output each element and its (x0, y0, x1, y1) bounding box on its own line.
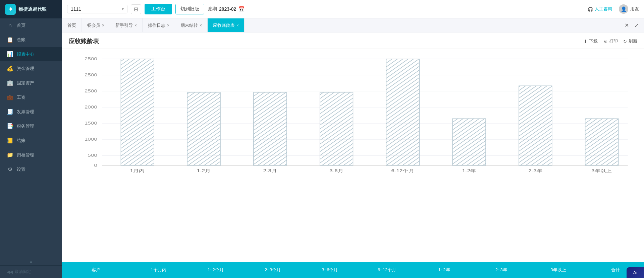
sidebar-label-5: 工资 (17, 94, 25, 100)
user-area[interactable]: 👤 用友 (619, 4, 639, 14)
tab-label-3: 操作日志 (148, 22, 165, 28)
sidebar-icon-3: 💰 (7, 65, 13, 72)
tab-应收账龄表[interactable]: 应收账龄表× (208, 18, 245, 32)
sidebar-item-工资[interactable]: 💼 工资 (0, 90, 62, 105)
table-header-col-3: 2~3个月 (244, 267, 301, 273)
print-button[interactable]: 🖨 打印 (603, 38, 618, 44)
period-label: 账期 (208, 6, 217, 12)
workbench-button[interactable]: 工作台 (145, 4, 172, 14)
svg-text:2500: 2500 (85, 89, 97, 93)
copy-button[interactable]: ⊟ (131, 4, 141, 14)
company-selector[interactable]: 1111 ▾ (67, 5, 127, 13)
table-header-col-8: 3年以上 (530, 267, 587, 273)
sidebar-item-资金管理[interactable]: 💰 资金管理 (0, 61, 62, 76)
tab-期末结转[interactable]: 期末结转× (175, 18, 208, 32)
tab-新手引导[interactable]: 新手引导× (110, 18, 143, 32)
sidebar-item-总账[interactable]: 📋 总账 (0, 32, 62, 47)
period-value: 2023-02 (219, 6, 236, 12)
sidebar-icon-4: 🏢 (7, 80, 13, 86)
sidebar-item-结账[interactable]: 📒 结账 (0, 133, 62, 148)
avatar: 👤 (619, 4, 628, 14)
tab-close-2[interactable]: × (135, 23, 137, 28)
download-button[interactable]: ⬇ 下载 (584, 38, 598, 44)
table-header-col-2: 1~2个月 (187, 267, 244, 273)
page-actions: ⬇ 下载 🖨 打印 ↻ 刷新 (584, 38, 637, 44)
tab-首页[interactable]: 首页 (62, 18, 82, 32)
sidebar-label-9: 归档管理 (17, 152, 34, 158)
pin-icon: ◀◀ (7, 270, 13, 274)
sidebar-icon-5: 💼 (7, 94, 13, 100)
svg-text:1月内: 1月内 (130, 168, 145, 173)
table-header-col-4: 3~6个月 (301, 267, 358, 273)
sidebar-item-发票管理[interactable]: 🧾 发票管理 (0, 105, 62, 119)
sidebar-label-10: 设置 (17, 166, 25, 172)
close-tab-button[interactable]: ✕ (623, 21, 631, 30)
chart-area: 2500 2500 2500 2000 1500 1000 500 0 (62, 49, 644, 262)
svg-text:2-3年: 2-3年 (528, 168, 542, 173)
sidebar-menu: ⌂ 首页📋 总账📊 报表中心💰 资金管理🏢 固定资产💼 工资🧾 发票管理📑 税务… (0, 18, 62, 258)
svg-rect-24 (585, 119, 619, 165)
download-icon: ⬇ (584, 39, 587, 44)
period-area: 账期 2023-02 📅 (208, 6, 245, 12)
sidebar-item-固定资产[interactable]: 🏢 固定资产 (0, 76, 62, 90)
tab-操作日志[interactable]: 操作日志× (143, 18, 175, 32)
switch-version-button[interactable]: 切到旧版 (175, 4, 204, 14)
ai-badge[interactable]: Ai (627, 267, 644, 278)
table-header-col-1: 1个月内 (130, 267, 187, 273)
sidebar-icon-10: ⚙ (7, 166, 13, 172)
cancel-pin-button[interactable]: ◀◀ 取消固定 (0, 265, 62, 278)
expand-tab-button[interactable]: ⤢ (632, 21, 641, 30)
sidebar-label-1: 总账 (17, 37, 25, 43)
sidebar-label-0: 首页 (17, 22, 25, 28)
svg-text:500: 500 (88, 153, 97, 157)
table-header: 客户1个月内1~2个月2~3个月3~6个月6~12个月1~2年2~3年3年以上合… (62, 262, 644, 278)
table-header-col-7: 2~3年 (473, 267, 530, 273)
sidebar-item-设置[interactable]: ⚙ 设置 (0, 162, 62, 177)
tab-label-1: 畅会员 (87, 22, 100, 28)
sidebar-label-7: 税务管理 (17, 123, 34, 129)
svg-rect-17 (121, 59, 154, 165)
bar-chart: 2500 2500 2500 2000 1500 1000 500 0 (69, 52, 637, 180)
svg-text:6-12个月: 6-12个月 (391, 168, 415, 173)
ai-label: Ai (633, 270, 637, 275)
tabs-right-actions: ✕ ⤢ (623, 21, 644, 30)
tabs-bar: 首页畅会员×新手引导×操作日志×期末结转×应收账龄表× ✕ ⤢ (62, 18, 644, 32)
svg-text:3年以上: 3年以上 (591, 168, 612, 173)
tab-close-5[interactable]: × (236, 23, 239, 28)
header: 1111 ▾ ⊟ 工作台 切到旧版 账期 2023-02 📅 🎧 人工咨询 👤 … (62, 0, 644, 18)
consult-button[interactable]: 🎧 人工咨询 (588, 6, 612, 12)
page-header: 应收账龄表 ⬇ 下载 🖨 打印 ↻ 刷新 (62, 32, 644, 49)
main-area: 1111 ▾ ⊟ 工作台 切到旧版 账期 2023-02 📅 🎧 人工咨询 👤 … (62, 0, 644, 278)
tab-close-1[interactable]: × (102, 23, 104, 28)
refresh-button[interactable]: ↻ 刷新 (623, 38, 637, 44)
sidebar-item-报表中心[interactable]: 📊 报表中心 (0, 47, 62, 61)
svg-text:1500: 1500 (85, 121, 97, 125)
sidebar-icon-7: 📑 (7, 123, 13, 129)
sidebar-label-6: 发票管理 (17, 109, 34, 115)
sidebar-item-归档管理[interactable]: 📁 归档管理 (0, 148, 62, 162)
sidebar-item-首页[interactable]: ⌂ 首页 (0, 18, 62, 32)
svg-rect-20 (320, 92, 353, 165)
logo-icon: ✦ (5, 4, 16, 15)
company-name: 1111 (71, 6, 120, 12)
chevron-down-icon: ▾ (122, 7, 124, 11)
print-icon: 🖨 (603, 39, 607, 44)
sidebar-label-8: 结账 (17, 138, 25, 144)
sidebar-item-税务管理[interactable]: 📑 税务管理 (0, 119, 62, 133)
table-header-col-0: 客户 (62, 267, 130, 273)
tab-label-2: 新手引导 (115, 22, 133, 28)
table-header-col-5: 6~12个月 (359, 267, 416, 273)
calendar-icon[interactable]: 📅 (238, 6, 245, 12)
sidebar-logo: ✦ 畅捷通易代账 (0, 0, 62, 18)
svg-rect-22 (452, 119, 486, 165)
tab-close-3[interactable]: × (167, 23, 169, 28)
tab-close-4[interactable]: × (200, 23, 202, 28)
svg-text:2500: 2500 (85, 57, 97, 61)
svg-text:2-3月: 2-3月 (263, 168, 277, 173)
svg-text:1000: 1000 (85, 137, 97, 141)
tab-label-0: 首页 (67, 22, 76, 28)
svg-text:0: 0 (94, 163, 97, 167)
tab-畅会员[interactable]: 畅会员× (82, 18, 110, 32)
svg-text:2500: 2500 (85, 73, 97, 77)
table-header-col-6: 1~2年 (416, 267, 473, 273)
